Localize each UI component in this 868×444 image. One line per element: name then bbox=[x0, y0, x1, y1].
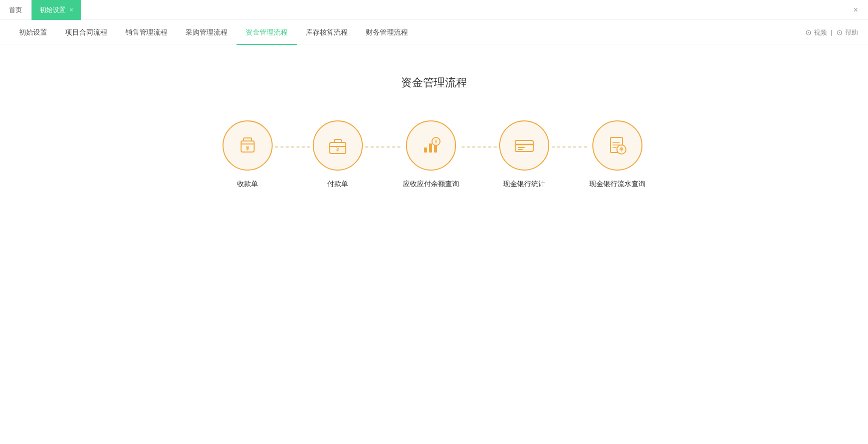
flow-item-receipt[interactable]: ¥ 收款单 bbox=[223, 120, 273, 189]
cash-bank-svg bbox=[511, 132, 537, 159]
nav-finance[interactable]: 财务管理流程 bbox=[357, 20, 417, 45]
connector-4 bbox=[549, 146, 589, 163]
nav-capital[interactable]: 资金管理流程 bbox=[237, 20, 297, 45]
balance-label: 应收应付余额查询 bbox=[403, 180, 459, 189]
transaction-icon-circle: ¥ bbox=[592, 120, 642, 171]
transaction-label: 现金银行流水查询 bbox=[589, 180, 645, 189]
nav-finance-label: 财务管理流程 bbox=[366, 28, 408, 37]
window-close-icon[interactable]: × bbox=[853, 6, 858, 15]
main-content: 资金管理流程 ¥ 收款单 bbox=[0, 45, 868, 189]
nav-purchase[interactable]: 采购管理流程 bbox=[176, 20, 237, 45]
dots-3 bbox=[462, 146, 497, 147]
connector-3 bbox=[459, 146, 499, 163]
nav-project[interactable]: 项目合同流程 bbox=[56, 20, 116, 45]
nav-project-label: 项目合同流程 bbox=[65, 28, 107, 37]
nav-sales-label: 销售管理流程 bbox=[125, 28, 167, 37]
circle-play-icon: ⊙ bbox=[805, 28, 812, 37]
cash-bank-label: 现金银行统计 bbox=[503, 180, 545, 189]
nav-initial[interactable]: 初始设置 bbox=[10, 20, 56, 45]
nav-bar: 初始设置 项目合同流程 销售管理流程 采购管理流程 资金管理流程 库存核算流程 … bbox=[0, 20, 868, 45]
flow-item-payment[interactable]: ¥ 付款单 bbox=[313, 120, 363, 189]
help-link[interactable]: 帮助 bbox=[845, 28, 858, 37]
flow-row: ¥ 收款单 ¥ 付款单 bbox=[223, 120, 645, 189]
home-tab-label: 首页 bbox=[9, 6, 22, 15]
dots-4 bbox=[552, 146, 587, 147]
cash-bank-icon-circle bbox=[499, 120, 549, 171]
svg-rect-8 bbox=[434, 145, 437, 153]
receipt-svg: ¥ bbox=[235, 132, 261, 159]
receipt-label: 收款单 bbox=[237, 180, 258, 189]
dots-2 bbox=[365, 146, 400, 147]
payment-icon-circle: ¥ bbox=[313, 120, 363, 171]
flow-item-balance[interactable]: ¥ 应收应付余额查询 bbox=[403, 120, 459, 189]
video-link[interactable]: 视频 bbox=[814, 28, 827, 37]
nav-inventory[interactable]: 库存核算流程 bbox=[297, 20, 357, 45]
top-bar: 首页 初始设置 × × bbox=[0, 0, 868, 20]
video-label: 视频 bbox=[814, 28, 827, 37]
nav-sales[interactable]: 销售管理流程 bbox=[116, 20, 176, 45]
nav-purchase-label: 采购管理流程 bbox=[185, 28, 228, 37]
svg-text:¥: ¥ bbox=[434, 139, 438, 144]
flow-item-cash-bank[interactable]: 现金银行统计 bbox=[499, 120, 549, 189]
svg-rect-6 bbox=[424, 147, 427, 153]
connector-2 bbox=[363, 146, 403, 163]
help-label: 帮助 bbox=[845, 28, 858, 37]
initial-setup-tab[interactable]: 初始设置 × bbox=[32, 0, 81, 20]
flow-item-transaction[interactable]: ¥ 现金银行流水查询 bbox=[589, 120, 645, 189]
balance-svg: ¥ bbox=[418, 132, 444, 159]
payment-label: 付款单 bbox=[327, 180, 348, 189]
svg-text:¥: ¥ bbox=[336, 146, 340, 153]
window-controls: × bbox=[843, 6, 868, 15]
svg-rect-7 bbox=[429, 143, 432, 153]
nav-capital-label: 资金管理流程 bbox=[246, 28, 288, 37]
active-tab-label: 初始设置 bbox=[40, 6, 66, 15]
nav-help-area: ⊙ 视频 | ⊙ 帮助 bbox=[805, 28, 858, 37]
tab-close-icon[interactable]: × bbox=[70, 7, 73, 14]
home-tab[interactable]: 首页 bbox=[0, 0, 32, 20]
payment-svg: ¥ bbox=[325, 132, 351, 159]
nav-initial-label: 初始设置 bbox=[19, 28, 47, 37]
nav-inventory-label: 库存核算流程 bbox=[306, 28, 348, 37]
divider: | bbox=[831, 29, 832, 36]
page-title: 资金管理流程 bbox=[401, 75, 467, 90]
transaction-svg: ¥ bbox=[604, 132, 630, 159]
circle-question-icon: ⊙ bbox=[836, 28, 843, 37]
receipt-icon-circle: ¥ bbox=[223, 120, 273, 171]
balance-icon-circle: ¥ bbox=[406, 120, 456, 171]
connector-1 bbox=[273, 146, 313, 163]
dots-1 bbox=[275, 146, 310, 147]
